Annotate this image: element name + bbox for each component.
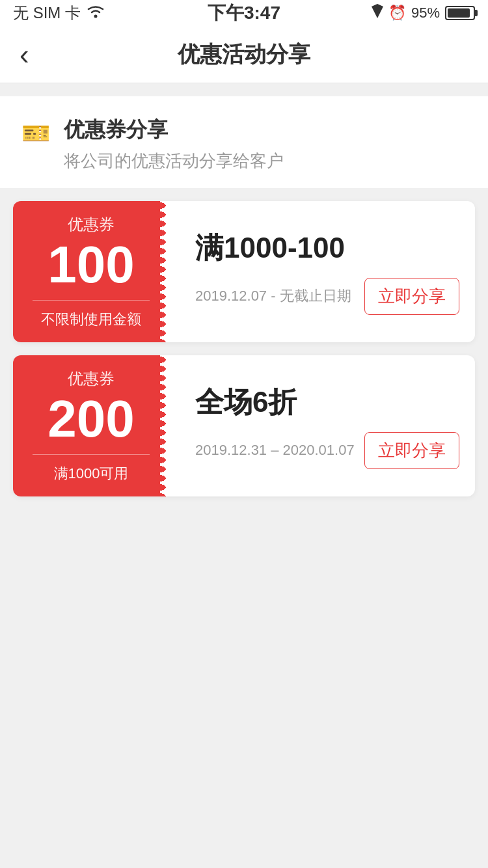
back-icon: ‹ <box>20 38 29 71</box>
coupon-condition-1: 不限制使用金额 <box>41 310 141 329</box>
status-right: ⏰ 95% <box>372 4 475 22</box>
share-button-2[interactable]: 立即分享 <box>364 432 459 469</box>
coupon-divider-2 <box>33 454 150 455</box>
coupon-amount-2: 200 <box>47 393 134 445</box>
coupon-date-1: 2019.12.07 - 无截止日期 <box>195 286 358 306</box>
coupon-condition-2: 满1000可用 <box>54 464 129 483</box>
coupon-meta-2: 2019.12.31 – 2020.01.07 立即分享 <box>195 432 459 469</box>
section-text: 优惠券分享 将公司的优惠活动分享给客户 <box>64 116 284 172</box>
coupon-date-2: 2019.12.31 – 2020.01.07 <box>195 442 358 459</box>
status-bar: 无 SIM 卡 下午3:47 ⏰ 95% <box>0 0 488 26</box>
coupon-list: 优惠券 100 不限制使用金额 满1000-100 2019.12.07 - 无… <box>0 188 488 509</box>
share-button-1[interactable]: 立即分享 <box>364 278 459 315</box>
battery-icon <box>445 6 475 20</box>
coupon-right-2: 全场6折 2019.12.31 – 2020.01.07 立即分享 <box>169 355 475 496</box>
carrier-text: 无 SIM 卡 <box>13 3 81 23</box>
coupon-label-1: 优惠券 <box>68 214 115 235</box>
coupon-card-1: 优惠券 100 不限制使用金额 满1000-100 2019.12.07 - 无… <box>13 201 475 342</box>
section-title: 优惠券分享 <box>64 116 284 144</box>
coupon-name-2: 全场6折 <box>195 383 459 422</box>
status-left: 无 SIM 卡 <box>13 3 105 23</box>
section-header: 🎫 优惠券分享 将公司的优惠活动分享给客户 <box>0 96 488 188</box>
nav-bar: ‹ 优惠活动分享 <box>0 26 488 83</box>
coupon-right-1: 满1000-100 2019.12.07 - 无截止日期 立即分享 <box>169 201 475 342</box>
coupon-amount-1: 100 <box>47 239 134 291</box>
nav-title: 优惠活动分享 <box>178 40 310 70</box>
coupon-meta-1: 2019.12.07 - 无截止日期 立即分享 <box>195 278 459 315</box>
coupon-name-1: 满1000-100 <box>195 229 459 267</box>
coupon-label-2: 优惠券 <box>68 368 115 389</box>
coupon-card-2: 优惠券 200 满1000可用 全场6折 2019.12.31 – 2020.0… <box>13 355 475 496</box>
svg-point-0 <box>94 15 98 18</box>
page-background <box>0 509 488 868</box>
coupon-left-2: 优惠券 200 满1000可用 <box>13 355 169 496</box>
coupon-left-1: 优惠券 100 不限制使用金额 <box>13 201 169 342</box>
status-time: 下午3:47 <box>208 1 280 25</box>
wifi-icon <box>86 4 105 22</box>
back-button[interactable]: ‹ <box>20 38 29 71</box>
section-icon: 🎫 <box>20 117 52 150</box>
location-icon <box>372 4 383 22</box>
battery-percent: 95% <box>411 5 440 21</box>
coupon-icon: 🎫 <box>21 120 51 147</box>
alarm-icon: ⏰ <box>388 5 406 21</box>
section-subtitle: 将公司的优惠活动分享给客户 <box>64 150 284 172</box>
coupon-divider-1 <box>33 300 150 301</box>
